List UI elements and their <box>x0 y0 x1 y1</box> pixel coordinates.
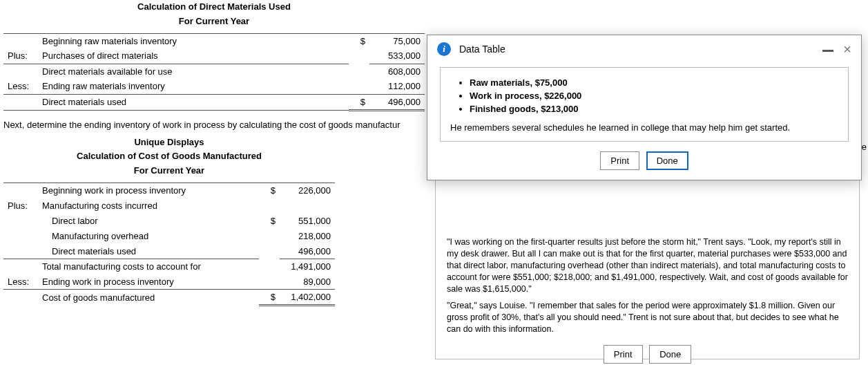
done-button[interactable]: Done <box>649 345 691 364</box>
list-item: Work in process, $226,000 <box>470 89 838 102</box>
calc2-titles: Unique Displays Calculation of Cost of G… <box>3 135 335 178</box>
currency: $ <box>349 33 369 48</box>
row-prefix: Plus: <box>3 48 38 64</box>
row-prefix: Less: <box>3 274 38 289</box>
row-val: 496,000 <box>369 94 425 110</box>
row-label: Ending raw materials inventory <box>38 79 349 94</box>
row-val: 551,000 <box>280 213 335 228</box>
row-val: 218,000 <box>280 228 335 243</box>
row-label: Direct materials available for use <box>38 64 349 79</box>
list-item: Finished goods, $213,000 <box>470 102 838 115</box>
row-val: 1,402,000 <box>280 289 335 305</box>
row-val: 89,000 <box>280 274 335 289</box>
minimize-icon[interactable] <box>822 50 833 52</box>
row-label: Direct materials used <box>38 94 349 110</box>
modal-title: Data Table <box>459 44 822 55</box>
calc2-title1: Unique Displays <box>3 135 335 150</box>
row-val: 533,000 <box>369 48 425 64</box>
row-label: Ending work in process inventory <box>38 274 259 289</box>
case-para-1: "I was working on the first-quarter resu… <box>447 236 848 294</box>
currency: $ <box>259 289 280 305</box>
print-button[interactable]: Print <box>604 345 643 364</box>
done-button[interactable]: Done <box>646 151 688 170</box>
left-panel: Calculation of Direct Materials Used For… <box>3 0 425 306</box>
bullet-list: Raw materials, $75,000 Work in process, … <box>470 76 838 115</box>
case-buttons: Print Done <box>447 345 848 364</box>
row-label: Manufacturing costs incurred <box>38 198 259 213</box>
print-button[interactable]: Print <box>600 151 639 170</box>
currency: $ <box>259 213 280 228</box>
row-label: Direct labor <box>38 213 259 228</box>
row-val: 1,491,000 <box>280 259 335 274</box>
calc1-title2: Calculation of Direct Materials Used <box>3 0 425 15</box>
row-prefix: Less: <box>3 79 38 94</box>
row-label: Beginning work in process inventory <box>38 182 259 198</box>
calc2-title3: For Current Year <box>3 164 335 178</box>
calc1-title3: For Current Year <box>3 15 425 29</box>
case-text: "I was working on the first-quarter resu… <box>447 236 848 335</box>
row-val: 496,000 <box>280 243 335 259</box>
modal-buttons: Print Done <box>427 151 861 170</box>
row-label: Purchases of direct materials <box>38 48 349 64</box>
modal-body: Raw materials, $75,000 Work in process, … <box>440 67 849 142</box>
currency: $ <box>259 182 280 198</box>
data-table-modal: i Data Table × Raw materials, $75,000 Wo… <box>427 35 862 180</box>
row-label: Cost of goods manufactured <box>38 289 259 305</box>
row-val: 226,000 <box>280 182 335 198</box>
row-label: Beginning raw materials inventory <box>38 33 349 48</box>
modal-note: He remembers several schedules he learne… <box>450 122 838 133</box>
case-para-2: "Great," says Louise. "I remember that s… <box>447 300 848 335</box>
row-val: 75,000 <box>369 33 425 48</box>
list-item: Raw materials, $75,000 <box>470 76 838 89</box>
calc1-table: Beginning raw materials inventory $ 75,0… <box>3 33 425 111</box>
row-label: Total manufacturing costs to account for <box>38 259 259 274</box>
row-val: 608,000 <box>369 64 425 79</box>
row-prefix: Plus: <box>3 198 38 213</box>
row-label: Manufacturing overhead <box>38 228 259 243</box>
calc2-title2: Calculation of Cost of Goods Manufacture… <box>3 149 335 164</box>
close-icon[interactable]: × <box>843 42 851 56</box>
modal-header: i Data Table × <box>427 35 861 62</box>
instruction-text: Next, determine the ending inventory of … <box>3 120 425 130</box>
calc1-titles: Calculation of Direct Materials Used For… <box>3 0 425 29</box>
currency: $ <box>349 94 369 110</box>
info-icon: i <box>437 42 451 56</box>
row-label: Direct materials used <box>38 243 259 259</box>
row-val: 112,000 <box>369 79 425 94</box>
calc2-table: Beginning work in process inventory $ 22… <box>3 182 335 306</box>
